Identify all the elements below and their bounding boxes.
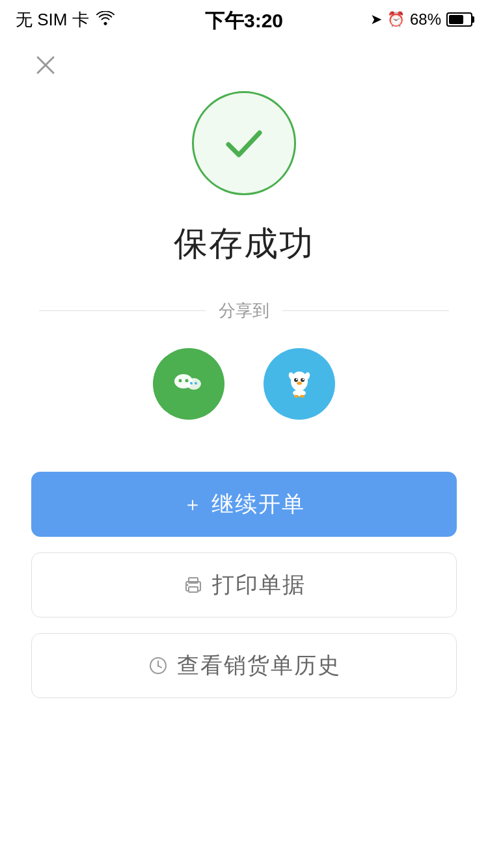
battery-percentage: 68% [410,10,441,29]
qq-share-button[interactable] [264,348,335,420]
checkmark-icon [218,117,270,169]
svg-point-3 [187,378,201,390]
svg-rect-17 [294,395,299,398]
main-content: 保存成功 分享到 [0,39,488,698]
continue-label: 继续开单 [211,489,305,519]
share-divider: 分享到 [0,299,488,322]
continue-button[interactable]: ＋ 继续开单 [31,472,457,537]
print-button[interactable]: 打印单据 [31,552,457,617]
wifi-icon [96,10,115,30]
print-label: 打印单据 [212,570,306,600]
svg-point-13 [303,379,304,380]
success-title: 保存成功 [174,221,314,267]
svg-point-4 [179,379,182,383]
divider-left [39,310,206,311]
svg-point-10 [294,378,298,382]
success-icon-circle [192,91,296,195]
share-label: 分享到 [206,299,282,322]
clock-icon [147,655,169,677]
wechat-share-button[interactable] [153,348,224,420]
carrier-text: 无 SIM 卡 [16,8,89,31]
svg-line-25 [158,666,161,668]
battery-icon [446,12,472,27]
svg-point-12 [296,379,297,380]
location-icon: ➤ [370,11,382,28]
svg-point-5 [185,379,189,383]
status-right: ➤ ⏰ 68% [370,10,472,29]
svg-point-22 [187,584,189,586]
plus-icon: ＋ [183,491,204,518]
history-button[interactable]: 查看销货单历史 [31,633,457,698]
print-icon [182,574,204,596]
history-label: 查看销货单历史 [177,651,341,681]
svg-point-7 [195,382,197,385]
close-button[interactable] [26,46,65,85]
action-buttons: ＋ 继续开单 打印单据 [0,472,488,698]
qq-icon [280,364,319,403]
divider-right [282,310,449,311]
status-time: 下午3:20 [205,8,283,34]
status-bar: 无 SIM 卡 下午3:20 ➤ ⏰ 68% [0,0,488,39]
status-left: 无 SIM 卡 [16,8,115,31]
wechat-icon [169,364,208,403]
svg-point-6 [190,382,193,385]
svg-point-11 [301,378,305,382]
svg-rect-21 [189,587,198,592]
svg-rect-18 [300,395,305,398]
share-icons-container [153,348,335,420]
alarm-icon: ⏰ [387,11,405,28]
svg-point-14 [297,382,302,385]
